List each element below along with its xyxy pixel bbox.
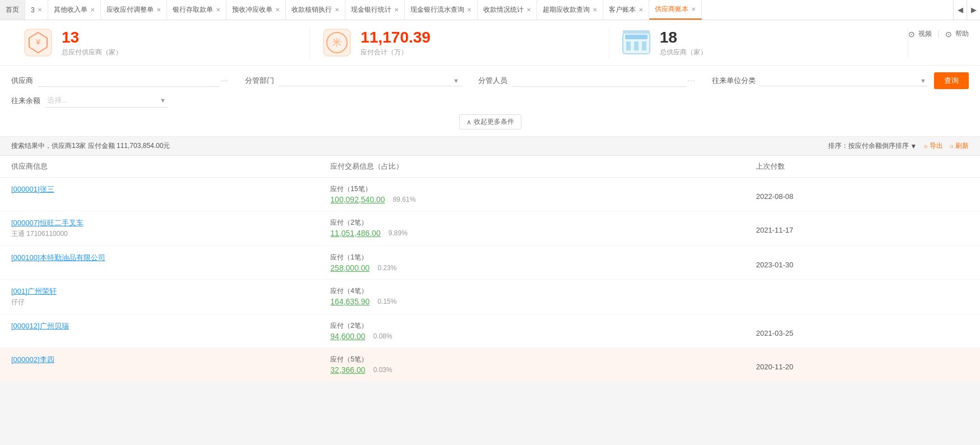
supplier-filter-more-icon[interactable]: ··· [220,76,228,86]
supplier-payable-icon: ¥ [22,27,54,58]
transaction-amount-3[interactable]: 164,635.90 [330,297,369,306]
payable-supplier-count: 13 [62,28,122,47]
nav-tab-advance-offset[interactable]: 预收冲应收单 ✕ [226,0,286,20]
nav-tab-customer-ledger[interactable]: 客户账本 ✕ [603,0,649,20]
nav-tab-3-label: 3 [31,6,35,14]
summary-content-3: 18 总供应商（家） [660,28,707,58]
video-link[interactable]: 视频 [918,29,932,39]
supplier-info-5: [000002]李四 [11,355,330,365]
close-icon[interactable]: ✕ [156,7,161,13]
supplier-link-3[interactable]: [001]广州荣轩 [11,287,57,295]
close-icon[interactable]: ✕ [90,7,95,13]
nav-tab-overdue-ar[interactable]: 超期应收款查询 ✕ [537,0,603,20]
nav-tab-receipt-stat[interactable]: 收款情况统计 ✕ [478,0,537,20]
supplier-link-1[interactable]: [000007]恒旺二手叉车 [11,219,84,227]
close-icon[interactable]: ✕ [691,6,696,12]
person-filter-more-icon[interactable]: ··· [687,76,695,86]
nav-tab-bank-deposit[interactable]: 银行存取款单 ✕ [167,0,226,20]
close-icon[interactable]: ✕ [335,7,339,13]
transaction-row-0: 100,092,540.00 89.61% [330,195,756,204]
filter-item-balance: 往来余额 选择... ▼ [11,94,168,108]
summary-item-total-suppliers: 18 总供应商（家） [609,27,908,58]
supplier-info-2: [000100]本特勤油品有限公司 [11,253,330,263]
supplier-link-0[interactable]: [000001]张三 [11,185,54,193]
nav-tab-supplier-ledger[interactable]: 供应商账本 ✕ [649,0,702,20]
last-pay-0: 2022-08-08 [756,184,969,201]
transaction-amount-1[interactable]: 11,051,486.00 [330,229,381,238]
sort-select[interactable]: 排序：按应付余额倒序排序 ▼ [828,141,917,151]
close-icon[interactable]: ✕ [467,7,471,13]
supplier-info-1: [000007]恒旺二手叉车 王通 17106110000 [11,218,330,239]
last-pay-4: 2021-03-25 [756,321,969,337]
summary-content-1: 13 总应付供应商（家） [62,28,122,58]
transaction-info-2: 应付（1笔） 258,000.00 0.23% [330,253,756,272]
transaction-amount-5[interactable]: 32,366.00 [330,365,365,374]
transaction-info-3: 应付（4笔） 164,635.90 0.15% [330,286,756,306]
close-icon[interactable]: ✕ [394,7,399,13]
total-supplier-count: 18 [660,28,707,47]
refresh-button[interactable]: ○ 刷新 [950,141,969,151]
supplier-link-4[interactable]: [000012]广州贝瑞 [11,322,69,330]
close-icon[interactable]: ✕ [216,7,220,13]
transaction-label-1: 应付（2笔） [330,218,756,228]
table-row: [000100]本特勤油品有限公司 应付（1笔） 258,000.00 0.23… [0,246,980,280]
nav-tab-receipt-exec[interactable]: 收款核销执行 ✕ [286,0,345,20]
nav-tab-other-income-label: 其他收入单 [54,5,87,15]
supplier-filter-label: 供应商 [11,76,33,86]
transaction-info-0: 应付（15笔） 100,092,540.00 89.61% [330,184,756,204]
transaction-info-1: 应付（2笔） 11,051,486.00 9.89% [330,218,756,238]
supplier-filter-input[interactable] [38,75,219,87]
sort-chevron-down-icon: ▼ [910,142,917,150]
nav-arrows: ◀ ▶ [953,0,980,20]
close-icon[interactable]: ✕ [593,7,597,13]
transaction-percent-0: 89.61% [393,196,416,203]
nav-tab-cash-bank-flow[interactable]: 现金银行流水查询 ✕ [405,0,478,20]
nav-tab-3[interactable]: 3 ✕ [25,0,48,20]
nav-tab-cash-bank-flow-label: 现金银行流水查询 [410,5,464,15]
dept-filter-select[interactable]: ▼ [279,76,462,86]
nav-prev-arrow[interactable]: ◀ [953,0,967,20]
last-pay-3 [756,286,969,294]
supplier-link-5[interactable]: [000002]李四 [11,355,54,364]
nav-tab-home-label: 首页 [6,5,19,15]
col-header-lastpay: 上次付数 [756,161,969,171]
supplier-info-0: [000001]张三 [11,184,330,194]
svg-text:米: 米 [332,38,341,47]
nav-tab-customer-ledger-label: 客户账本 [609,5,636,15]
last-pay-2: 2023-01-30 [756,253,969,269]
export-button[interactable]: ○ 导出 [924,141,943,151]
supplier-info-4: [000012]广州贝瑞 [11,321,330,331]
search-button[interactable]: 查询 [934,72,969,89]
collapse-filters-button[interactable]: ∧ 收起更多条件 [459,114,521,129]
transaction-amount-4[interactable]: 94,600.00 [330,332,365,341]
help-link[interactable]: 帮助 [955,29,969,39]
category-chevron-down-icon: ▼ [920,77,926,84]
balance-filter-select[interactable]: 选择... ▼ [45,94,168,108]
total-supplier-icon [621,27,652,58]
total-supplier-label: 总供应商（家） [660,48,707,57]
transaction-amount-2[interactable]: 258,000.00 [330,263,369,272]
close-icon[interactable]: ✕ [526,7,531,13]
close-icon[interactable]: ✕ [275,7,280,13]
nav-tab-cash-bank-stat[interactable]: 现金银行统计 ✕ [345,0,405,20]
close-icon[interactable]: ✕ [38,7,42,13]
person-filter-input[interactable] [512,75,686,87]
transaction-label-3: 应付（4笔） [330,286,756,296]
transaction-amount-0[interactable]: 100,092,540.00 [330,195,385,204]
export-label: 导出 [930,141,943,151]
category-filter-select[interactable]: ▼ [760,76,929,86]
supplier-link-2[interactable]: [000100]本特勤油品有限公司 [11,253,105,262]
nav-tab-home[interactable]: 首页 [0,0,25,20]
transaction-info-5: 应付（5笔） 32,366.00 0.03% [330,355,756,374]
nav-next-arrow[interactable]: ▶ [967,0,980,20]
filter-row-2: 往来余额 选择... ▼ [11,94,969,108]
svg-rect-9 [634,41,639,50]
supplier-sub-3: 仔仔 [11,298,330,307]
nav-tab-other-income[interactable]: 其他收入单 ✕ [48,0,101,20]
refresh-circle-icon: ○ [950,142,954,150]
table-row: [001]广州荣轩 仔仔 应付（4笔） 164,635.90 0.15% [0,280,980,314]
close-icon[interactable]: ✕ [639,7,643,13]
nav-tab-ar-ap-adjust[interactable]: 应收应付调整单 ✕ [101,0,167,20]
payable-supplier-label: 总应付供应商（家） [62,48,122,57]
transaction-percent-5: 0.03% [373,366,392,374]
